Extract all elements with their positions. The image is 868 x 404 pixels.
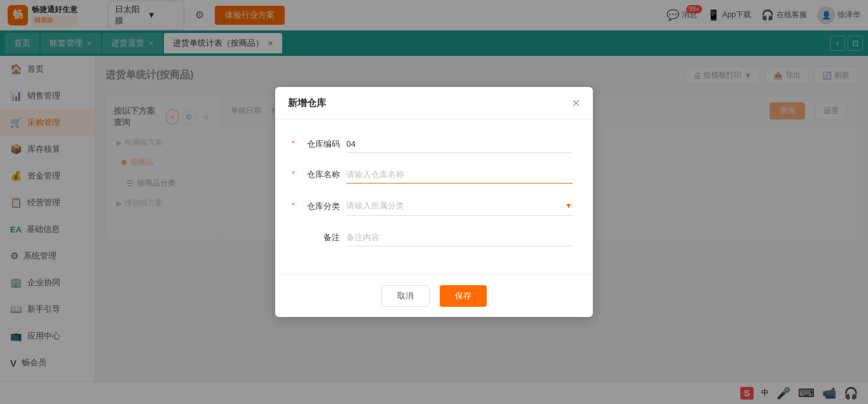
dialog-new-warehouse: 新增仓库 ✕ 仓库编码 仓库名称 (275, 87, 593, 317)
warehouse-name-input[interactable] (346, 166, 573, 184)
dialog-body: 仓库编码 仓库名称 仓库分类 (275, 120, 593, 274)
name-label: 仓库名称 (295, 169, 346, 180)
form-row-name: 仓库名称 (295, 166, 573, 184)
warehouse-note-input[interactable] (346, 229, 573, 246)
dialog-header: 新增仓库 ✕ (275, 87, 593, 120)
form-row-code: 仓库编码 (295, 135, 573, 153)
note-label: 备注 (295, 232, 346, 243)
category-label: 仓库分类 (295, 201, 346, 212)
save-button[interactable]: 保存 (440, 285, 487, 307)
modal-overlay: 新增仓库 ✕ 仓库编码 仓库名称 (0, 0, 868, 404)
code-field-wrapper (346, 135, 573, 153)
cancel-button[interactable]: 取消 (381, 285, 430, 307)
form-row-category: 仓库分类 请输入所属分类 ▼ (295, 196, 573, 216)
warehouse-category-select[interactable]: 请输入所属分类 ▼ (346, 196, 573, 216)
warehouse-code-input[interactable] (346, 135, 573, 153)
name-field-wrapper (346, 166, 573, 184)
category-chevron-icon: ▼ (565, 201, 573, 210)
dialog-title: 新增仓库 (288, 97, 326, 109)
code-label: 仓库编码 (295, 138, 346, 150)
category-field-wrapper: 请输入所属分类 ▼ (346, 196, 573, 216)
dialog-footer: 取消 保存 (275, 274, 593, 317)
dialog-close-button[interactable]: ✕ (572, 97, 580, 109)
note-field-wrapper (346, 229, 573, 246)
form-row-note: 备注 (295, 229, 573, 246)
